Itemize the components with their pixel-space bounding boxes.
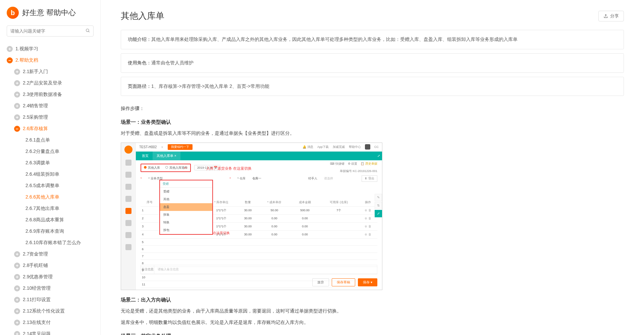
nav-item-label: 2.6.4组装拆卸单 [25,171,59,177]
scene2-text1: 无论是受赠，还是其他类型的业务，由于入库商品质量等原因，需要退回，这时可通过单据… [121,306,624,316]
nav-item-label: 2.7资金管理 [23,251,48,257]
ss-renew-button: 我要续约一下 [168,144,193,150]
nav-item[interactable]: 2.6.2分量盘点单 [7,146,100,157]
ss-topbar: TEST-H002 ▾ 我要续约一下 🔔 消息 App下载 加减宽减 帮助中心 … [136,143,382,152]
nav-item-label: 2.12系统个性化设置 [23,308,65,314]
ss-rail-icon [125,232,131,238]
nav-item-label: 2.2产品安装及登录 [23,80,62,86]
nav-item-label: 2.6.9库存账本查询 [25,228,64,234]
nav-item-label: 2.3使用前数据准备 [23,92,62,98]
nav-item-label: 2.5采购管理 [23,114,48,120]
share-label: 分享 [610,13,619,19]
role-text: 通常由仓管人员维护 [151,60,194,65]
share-button[interactable]: 分享 [598,11,624,21]
nav-item[interactable]: 2.6.9库存账本查询 [7,226,100,237]
nav-item[interactable]: +2.8手机旺铺 [7,260,100,271]
ss-doc-code: 单据编号 KC-20191226-001 [340,169,377,173]
path-text: 1、库存核算->库存管理->其他入库单 2、首页->常用功能 [151,83,269,89]
nav-item-label: 2.6.6其他入库单 [25,194,59,200]
ss-rail-icon [125,244,131,250]
expand-icon: + [7,46,13,52]
nav-item[interactable]: +2.12系统个性化设置 [7,305,100,317]
ss-top-links: 🔔 消息 App下载 加减宽减 帮助中心 CC [303,144,379,150]
intro-text: 其他入库单用来处理除采购入库、产成品入库之外的其他入库业务，因此其他入库单可处理… [151,37,518,42]
nav-item-label: 2.6.5成本调整单 [25,183,59,189]
scene3-title: 场景三：其它业务处理 [121,333,624,335]
expand-icon: + [14,308,20,314]
ss-rail-icon [125,184,131,190]
expand-icon: + [14,320,20,326]
nav-item[interactable]: +2.2产品安装及登录 [7,77,100,89]
nav-item-label: 2.6库存核算 [23,126,48,132]
nav-item[interactable]: +2.7资金管理 [7,248,100,260]
expand-icon: + [14,92,20,98]
nav-item[interactable]: 2.6.1盘点单 [7,134,100,146]
ss-draft-button: 保存草稿 [332,278,355,286]
nav-item-label: 2.6.10库存账本错了怎么办 [25,240,81,246]
steps-label: 操作步骤： [121,104,624,113]
logo-icon: b [7,7,19,19]
content-body: 操作步骤： 场景一：业务类型确认 对于受赠、盘盈或是拆装入库等不同的业务，是通过… [121,104,624,335]
nav-item-label: 1.视频学习 [15,46,38,52]
nav-item[interactable]: +2.4销售管理 [7,100,100,112]
nav-item[interactable]: 2.6.6其他入库单 [7,191,100,203]
ss-tool-icon: ✎ [375,194,382,201]
nav-item[interactable]: +2.5采购管理 [7,112,100,123]
intro-label: 功能介绍： [128,37,151,42]
scene2-title: 场景二：出入方向确认 [121,297,624,303]
nav-item[interactable]: 2.6.4组装拆卸单 [7,169,100,180]
ss-tool-icon-active: ⤢ [375,210,382,217]
nav-item-label: 2.8手机旺铺 [23,263,48,269]
nav-item[interactable]: 2.6.3调拨单 [7,157,100,169]
nav-item-label: 2.6.7其他出库单 [25,206,59,212]
ss-memo-row: 备注信息 请输入备注信息 [141,265,377,274]
nav-item[interactable]: +2.3使用前数据准备 [7,89,100,100]
brand-row: b 好生意 帮助中心 [7,7,100,19]
search-input[interactable] [7,25,94,37]
ss-rail-icon [125,160,131,166]
nav-item[interactable]: –2.帮助文档 [7,55,100,66]
expand-icon: + [14,331,20,335]
ss-avatar-icon [365,144,370,150]
expand-icon: + [14,285,20,291]
nav-item[interactable]: +2.14常见问题 [7,328,100,335]
expand-icon: + [14,80,20,86]
ss-right-tabs: ⌨ 快捷键 ⚙ 设置 📋 历史单据 [330,162,377,166]
ss-tab-current: 其他入库单 × [153,152,180,160]
ss-right-toolbar: ✎ ⇅ ⤢ [375,194,382,217]
embedded-screenshot: TEST-H002 ▾ 我要续约一下 🔔 消息 App下载 加减宽减 帮助中心 … [121,143,382,290]
nav-item-label: 2.14常见问题 [23,331,51,335]
ss-cancel-button: 放弃 [312,278,329,286]
nav-item[interactable]: –2.6库存核算 [7,123,100,134]
ss-logo-icon [124,146,132,154]
ss-save-button: 保存 ▾ [358,278,377,286]
ss-expand-icon: ⤢ [377,154,380,158]
nav-item[interactable]: 2.6.7其他出库单 [7,203,100,214]
nav-item[interactable]: +2.10经营管理 [7,283,100,294]
nav-item-label: 2.6.8商品成本重算 [25,217,64,223]
nav-item[interactable]: 2.6.8商品成本重算 [7,214,100,226]
nav-item[interactable]: +2.13在线支付 [7,317,100,328]
nav-item-label: 2.11打印设置 [23,297,51,303]
search-box [7,25,94,37]
nav-item-label: 2.6.2分量盘点单 [25,149,59,155]
nav-item[interactable]: 2.6.5成本调整单 [7,180,100,191]
nav-item[interactable]: +1.视频学习 [7,43,100,55]
expand-icon: + [14,114,20,120]
ss-rail-icon [125,220,131,226]
nav-item[interactable]: 2.6.10库存账本错了怎么办 [7,237,100,248]
expand-icon: + [14,251,20,257]
svg-line-1 [89,31,90,32]
role-box: 使用角色：通常由仓管人员维护 [121,53,624,73]
path-label: 页面路径： [128,83,151,89]
ss-rail-icon [125,172,131,178]
ss-biztype-dropdown: 受赠 受赠 其他 盘盈 拆装 转换 拆包 [159,180,213,235]
nav-item-label: 2.6.1盘点单 [25,137,50,143]
page-title: 其他入库单 [121,10,164,22]
nav-item[interactable]: +2.9优惠券管理 [7,271,100,283]
nav-item[interactable]: +2.1新手入门 [7,66,100,77]
search-icon[interactable] [86,28,90,34]
ss-tab-home: 首页 [138,152,153,160]
nav-item-label: 2.1新手入门 [23,69,48,75]
nav-item[interactable]: +2.11打印设置 [7,294,100,305]
